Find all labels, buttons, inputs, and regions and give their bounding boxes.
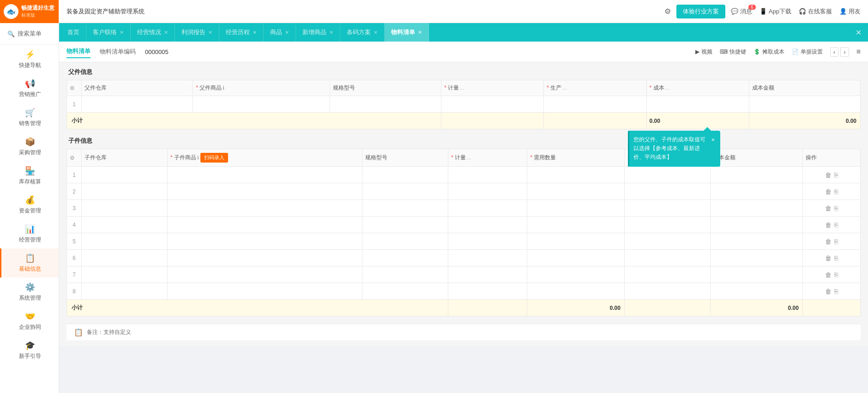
child-qty-cell[interactable] [527,283,624,300]
child-qty-cell[interactable] [527,217,624,233]
child-qty-cell[interactable] [527,167,624,183]
sidebar-item-basic-info[interactable]: 📋 基础信息 [0,248,59,278]
search-menu-button[interactable]: 🔍 搜索菜单 [4,27,55,41]
close-icon[interactable]: ✕ [374,30,378,36]
child-warehouse-cell[interactable] [82,200,168,217]
child-qty-cell[interactable] [527,233,624,250]
trial-button[interactable]: 体验行业方案 [676,5,725,18]
child-unit-cell[interactable] [448,200,527,217]
delete-icon[interactable]: 🗑 [825,288,832,295]
delete-icon[interactable]: 🗑 [825,188,832,195]
app-download-button[interactable]: 📱 App下载 [760,7,791,16]
info-icon[interactable]: ℹ [197,155,199,160]
amortize-cost-button[interactable]: 💲 摊取成本 [753,48,784,56]
close-icon[interactable]: ✕ [164,30,168,36]
parent-produce-cell[interactable] [544,96,646,113]
child-warehouse-cell[interactable] [82,283,168,300]
child-unit-cost-cell[interactable] [624,167,710,183]
child-product-cell[interactable] [168,167,362,183]
child-unit-cell[interactable] [448,266,527,283]
child-warehouse-cell[interactable] [82,183,168,200]
nav-tab-products[interactable]: 商品 ✕ [264,23,296,42]
child-qty-cell[interactable] [527,250,624,266]
child-spec-cell[interactable] [362,283,448,300]
copy-icon[interactable]: ⎘ [834,254,838,262]
tooltip-close-button[interactable]: × [711,135,715,145]
prev-page-button[interactable]: ‹ [830,47,838,57]
gear-icon[interactable]: ⚙ [70,155,75,161]
parent-warehouse-cell[interactable] [82,96,193,113]
delete-icon[interactable]: 🗑 [825,221,832,229]
child-unit-cell[interactable] [448,167,527,183]
grid-view-icon[interactable]: ≡ [856,48,861,56]
close-icon[interactable]: ✕ [418,30,422,36]
copy-icon[interactable]: ⎘ [834,188,838,195]
child-warehouse-cell[interactable] [82,167,168,183]
nav-tab-operations[interactable]: 经营情况 ✕ [131,23,175,42]
parent-unit-cell[interactable] [441,96,544,113]
child-unit-cost-cell[interactable] [624,217,710,233]
sub-tab-bom-list[interactable]: 物料清单 [66,45,90,58]
nav-tab-history[interactable]: 经营历程 ✕ [219,23,264,42]
sidebar-item-inventory[interactable]: 🏪 库存核算 [0,161,59,190]
child-spec-cell[interactable] [362,217,448,233]
sidebar-item-marketing[interactable]: 📢 营销推广 [0,74,59,103]
copy-icon[interactable]: ⎘ [834,271,838,278]
child-product-cell[interactable] [168,183,362,200]
nav-tab-barcode[interactable]: 条码方案 ✕ [340,23,385,42]
child-unit-cell[interactable] [448,283,527,300]
child-unit-cell[interactable] [448,250,527,266]
parent-cost-cell[interactable] [646,96,749,113]
close-all-tabs-button[interactable]: ✕ [851,28,866,37]
child-spec-cell[interactable] [362,167,448,183]
gear-icon[interactable]: ⚙ [70,85,75,91]
child-warehouse-cell[interactable] [82,250,168,266]
parent-product-cell[interactable] [193,96,330,113]
child-warehouse-cell[interactable] [82,233,168,250]
child-unit-cost-cell[interactable] [624,266,710,283]
child-qty-cell[interactable] [527,266,624,283]
settings-icon[interactable]: ⚙ [664,7,671,16]
child-product-cell[interactable] [168,250,362,266]
sidebar-item-purchase[interactable]: 📦 采购管理 [0,132,59,161]
child-unit-cost-cell[interactable] [624,283,710,300]
sidebar-item-quick-nav[interactable]: ⚡ 快捷导航 [0,45,59,74]
child-unit-cost-cell[interactable] [624,183,710,200]
copy-icon[interactable]: ⎘ [834,238,838,245]
nav-tab-customers[interactable]: 客户联络 ✕ [86,23,131,42]
child-spec-cell[interactable] [362,233,448,250]
child-spec-cell[interactable] [362,200,448,217]
sidebar-item-collab[interactable]: 🤝 企业协同 [0,307,59,336]
delete-icon[interactable]: 🗑 [825,254,832,262]
nav-tab-profit[interactable]: 利润报告 ✕ [175,23,219,42]
close-icon[interactable]: ✕ [285,30,289,36]
nav-tab-bom[interactable]: 物料清单 ✕ [385,23,429,42]
child-unit-cell[interactable] [448,183,527,200]
doc-settings-button[interactable]: 📄 单据设置 [792,48,823,56]
close-icon[interactable]: ✕ [253,30,257,36]
nav-tab-home[interactable]: 首页 [61,23,86,42]
delete-icon[interactable]: 🗑 [825,271,832,278]
child-product-cell[interactable] [168,233,362,250]
close-icon[interactable]: ✕ [329,30,333,36]
close-icon[interactable]: ✕ [120,30,124,36]
sidebar-item-operations[interactable]: 📊 经营管理 [0,219,59,248]
child-unit-cell[interactable] [448,217,527,233]
delete-icon[interactable]: 🗑 [825,238,832,245]
child-product-cell[interactable] [168,217,362,233]
parent-spec-cell[interactable] [330,96,441,113]
child-spec-cell[interactable] [362,250,448,266]
child-spec-cell[interactable] [362,266,448,283]
child-qty-cell[interactable] [527,183,624,200]
child-product-cell[interactable] [168,283,362,300]
user-menu-button[interactable]: 👤 用友 [839,7,861,16]
video-button[interactable]: ▶ 视频 [695,48,712,56]
nav-tab-new-product[interactable]: 新增商品 ✕ [296,23,340,42]
child-product-cell[interactable] [168,266,362,283]
child-unit-cell[interactable] [448,233,527,250]
child-qty-cell[interactable] [527,200,624,217]
child-unit-cost-cell[interactable] [624,250,710,266]
message-button[interactable]: 💬 消息 6 [731,7,752,16]
copy-icon[interactable]: ⎘ [834,288,838,295]
scan-input-button[interactable]: 扫码录入 [200,153,228,163]
